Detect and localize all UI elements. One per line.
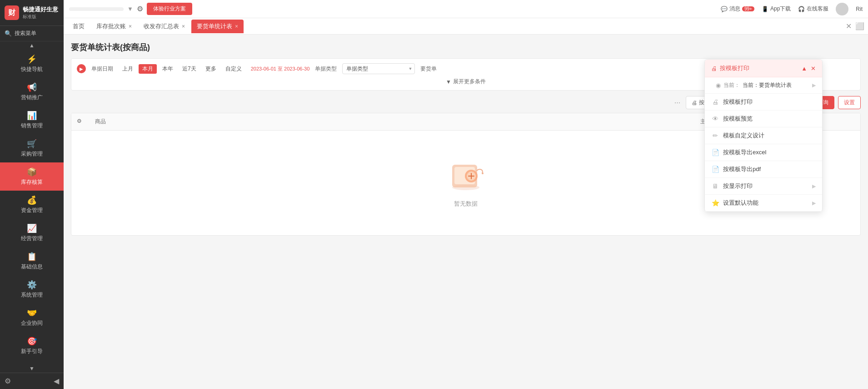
operations-icon: 📈 [27,223,37,233]
sidebar-item-operations[interactable]: 📈 经营管理 [0,219,64,247]
print-header-icon: 🖨 [711,65,717,72]
sidebar-search-item[interactable]: 🔍 搜索菜单 [0,26,64,41]
dropdown-item-template-preview[interactable]: 👁 按模板预览 [705,111,822,127]
dropdown-item-template-print[interactable]: 🖨 按模板打印 [705,94,822,111]
dropdown-item-export-pdf[interactable]: 📄 按模板导出pdf [705,161,822,178]
dropdown-item-display-print[interactable]: 🖥 按显示打印 ▶ [705,178,822,195]
date-tab-last7days[interactable]: 近7天 [179,64,200,74]
search-icon: 🔍 [5,30,12,37]
tab-order-stats-close[interactable]: × [235,23,238,30]
current-value: 当前：要货单统计表 [743,81,792,89]
set-default-arrow: ▶ [812,200,816,206]
online-service-label: 在线客服 [807,5,828,13]
sidebar-scroll-down[interactable]: ▼ [0,364,64,373]
svg-point-5 [482,172,484,174]
tab-collection-summary[interactable]: 收发存汇总表 × [138,20,190,33]
date-tab-more[interactable]: 更多 [202,64,220,74]
tab-order-stats-label: 要货单统计表 [197,22,232,30]
industry-plan-button[interactable]: 体验行业方案 [147,3,192,15]
window-close-icon[interactable]: ✕ [846,22,852,30]
message-badge: 99+ [742,6,754,11]
sidebar-item-purchase[interactable]: 🛒 采购管理 [0,134,64,162]
date-tab-custom[interactable]: 自定义 [222,64,245,74]
current-template-icon: ◉ [716,82,721,89]
settings-button[interactable]: 设置 [838,96,861,109]
message-item[interactable]: 💬 消息 99+ [721,5,754,13]
print-icon: 🖨 [692,100,697,106]
dropdown-item-label: 模板自定义设计 [723,131,816,140]
sidebar-item-basics[interactable]: 📋 基础信息 [0,247,64,275]
more-options-icon[interactable]: ··· [674,99,680,107]
sidebar-item-label: 库存核算 [21,178,43,186]
expand-filter-btn[interactable]: ▼ 展开更多条件 [446,78,486,86]
dropdown-item-set-default[interactable]: ⭐ 设置默认功能 ▶ [705,195,822,212]
app-logo-icon: 财 [5,5,19,20]
sidebar-item-inventory[interactable]: 📦 库存核算 [0,162,64,191]
dropdown-default-icon: ⭐ [711,199,719,207]
sidebar-item-finance[interactable]: 💰 资金管理 [0,191,64,219]
tab-batch-account-label: 库存批次账 [96,22,126,30]
date-tab-last-month[interactable]: 上月 [119,64,137,74]
doc-type-select[interactable]: 单据类型 [342,63,415,74]
date-tab-this-month[interactable]: 本月 [139,64,157,74]
dropdown-item-label: 按模板导出excel [723,148,816,157]
sidebar-item-label: 采购管理 [21,150,43,158]
dropdown-item-label: 按显示打印 [723,182,808,190]
sidebar-item-label: 销售管理 [21,122,43,130]
dropdown-item-label: 按模板导出pdf [723,165,816,173]
filter-toggle-btn[interactable]: ▶ [77,64,86,73]
tab-home[interactable]: 首页 [67,20,90,33]
sales-icon: 📊 [27,111,37,121]
date-tab-this-year[interactable]: 本年 [159,64,177,74]
tab-batch-account[interactable]: 库存批次账 × [91,20,137,33]
doc-type-select-wrap[interactable]: 单据类型 [342,63,415,74]
sidebar-item-marketing[interactable]: 📢 营销推广 [0,78,64,106]
window-expand-icon[interactable]: ⬜ [855,22,864,30]
dropdown-title-label: 按模板打印 [720,64,749,72]
dropdown-close-icon[interactable]: ✕ [811,65,816,72]
sidebar-item-quick-nav[interactable]: ⚡ 快捷导航 [0,50,64,78]
sidebar-item-system[interactable]: ⚙️ 系统管理 [0,275,64,303]
sidebar-item-apps[interactable]: 🔧 应用中心 [0,360,64,364]
th-settings[interactable]: ⚙ [77,118,95,126]
dropdown-print-icon: 🖨 [711,98,719,106]
app-download-icon: 📱 [762,6,768,12]
dropdown-preview-icon: 👁 [711,115,719,122]
finance-icon: 💰 [27,195,37,205]
current-arrow-icon: ▶ [812,82,816,88]
sidebar-scroll-up[interactable]: ▲ [0,41,64,50]
dropdown-item-export-excel[interactable]: 📄 按模板导出excel [705,144,822,161]
collab-icon: 🤝 [27,308,37,318]
print-dropdown-overlay: 🖨 按模板打印 ▲ ✕ ◉ 当前： 当前：要货单统计表 ▶ 🖨 按模板打印 👁 … [704,59,823,212]
dropdown-item-label: 设置默认功能 [723,199,808,207]
topbar-settings-icon[interactable]: ⚙ [137,5,143,13]
dropdown-current-template[interactable]: ◉ 当前： 当前：要货单统计表 ▶ [705,77,822,94]
sidebar-item-sales[interactable]: 📊 销售管理 [0,106,64,134]
sidebar-logo: 财 畅捷通好生意 标准版 [0,0,64,26]
dropdown-item-template-custom[interactable]: ✏ 模板自定义设计 [705,127,822,144]
sidebar: 财 畅捷通好生意 标准版 🔍 搜索菜单 ▲ ⚡ 快捷导航 📢 营销推广 📊 销售… [0,0,64,389]
online-service-item[interactable]: 🎧 在线客服 [798,5,828,13]
headset-icon: 🎧 [798,6,805,12]
sidebar-item-label: 基础信息 [21,263,43,271]
page-title: 要货单统计表(按商品) [71,42,861,53]
display-print-arrow: ▶ [812,183,816,189]
tab-batch-account-close[interactable]: × [129,23,132,30]
basics-icon: 📋 [27,252,37,262]
dropdown-up-arrow[interactable]: ▲ [801,65,807,72]
expand-filter-label: 展开更多条件 [453,78,486,86]
sidebar-item-newbie[interactable]: 🎯 新手引导 [0,332,64,360]
app-download-label: App下载 [770,5,791,13]
sidebar-item-collab[interactable]: 🤝 企业协同 [0,303,64,332]
dropdown-item-label: 按模板预览 [723,115,816,123]
empty-illustration [443,158,489,194]
tab-order-stats[interactable]: 要货单统计表 × [191,20,244,33]
date-tabs: 上月 本月 本年 近7天 更多 自定义 [119,64,245,74]
tab-collection-summary-close[interactable]: × [182,23,185,30]
expand-down-icon: ▼ [446,79,451,85]
settings-bottom-icon[interactable]: ⚙ [5,377,11,385]
topbar-dropdown-icon[interactable]: ▼ [127,5,133,12]
app-download-item[interactable]: 📱 App下载 [762,5,791,13]
collapse-icon[interactable]: ◀ [54,377,59,385]
user-avatar[interactable] [836,3,848,15]
